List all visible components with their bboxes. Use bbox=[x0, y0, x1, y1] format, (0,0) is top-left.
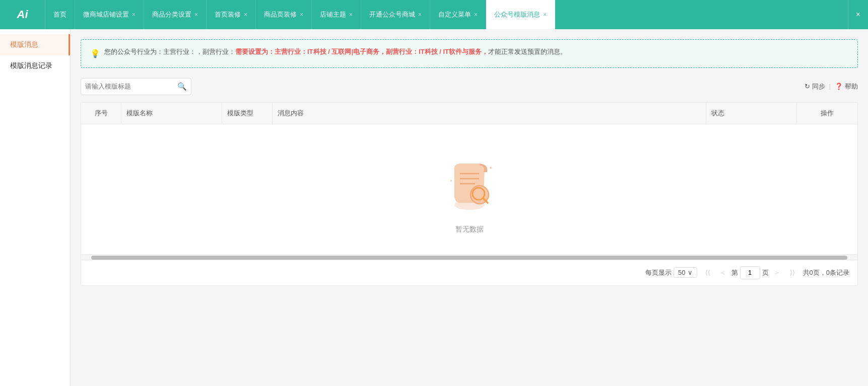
nav-tab-custom-menu[interactable]: 自定义菜单× bbox=[430, 0, 486, 29]
page-unit: 页 bbox=[762, 268, 769, 277]
empty-text: 暂无数据 bbox=[455, 225, 484, 234]
help-label: 帮助 bbox=[845, 82, 858, 91]
page-size-value: 50 bbox=[678, 269, 685, 276]
main-layout: 模版消息模版消息记录 💡 您的公众号行业为：主营行业：，副营行业：需要设置为：主… bbox=[0, 29, 868, 386]
data-table: 序号 模版名称 模版类型 消息内容 状态 操作 bbox=[81, 102, 858, 286]
divider: | bbox=[829, 83, 831, 90]
app-logo: Ai bbox=[0, 0, 45, 29]
page-size-select[interactable]: 50 ∨ bbox=[674, 267, 697, 278]
search-actions: ↻ 同步 | ❓ 帮助 bbox=[805, 82, 858, 91]
pagination: 每页显示 50 ∨ ⟨⟨ ＜ 第 页 ＞ ⟩⟩ bbox=[81, 260, 857, 285]
notice-text-after: 才能正常发送预置的消息。 bbox=[488, 48, 567, 55]
nav-tab-home-decor[interactable]: 首页装修× bbox=[207, 0, 256, 29]
search-area: 🔍 ↻ 同步 | ❓ 帮助 bbox=[81, 78, 858, 95]
close-tab-open-mall[interactable]: × bbox=[418, 11, 422, 18]
horizontal-scrollbar[interactable] bbox=[81, 254, 857, 260]
sidebar-item-template-msg[interactable]: 模版消息 bbox=[0, 34, 70, 55]
close-tab-shop-theme[interactable]: × bbox=[349, 11, 353, 18]
close-all-button[interactable]: × bbox=[848, 0, 868, 29]
first-page-button[interactable]: ⟨⟨ bbox=[701, 266, 714, 279]
sidebar-item-template-msg-record[interactable]: 模版消息记录 bbox=[0, 55, 70, 76]
sync-label: 同步 bbox=[812, 82, 825, 91]
notice-text: 您的公众号行业为：主营行业：，副营行业：需要设置为：主营行业：IT科技 / 互联… bbox=[104, 47, 567, 57]
page-label: 第 bbox=[731, 268, 738, 277]
column-no: 序号 bbox=[81, 103, 121, 124]
notice-box: 💡 您的公众号行业为：主营行业：，副营行业：需要设置为：主营行业：IT科技 / … bbox=[81, 39, 858, 68]
column-type: 模版类型 bbox=[222, 103, 273, 124]
svg-text:✦: ✦ bbox=[489, 165, 493, 171]
close-tab-custom-menu[interactable]: × bbox=[474, 11, 478, 18]
empty-illustration: ✦ ✦ bbox=[439, 155, 500, 215]
nav-tabs: 首页微商城店铺设置×商品分类设置×首页装修×商品页装修×店铺主题×开通公众号商城… bbox=[45, 0, 848, 29]
page-size-wrap: 每页显示 50 ∨ bbox=[645, 267, 697, 278]
close-tab-wechat-shop[interactable]: × bbox=[132, 11, 136, 18]
page-input-wrap: 第 页 bbox=[731, 266, 769, 279]
close-tab-template-msg[interactable]: × bbox=[543, 11, 547, 18]
column-status: 状态 bbox=[706, 103, 797, 124]
page-summary: 共0页，0条记录 bbox=[803, 268, 849, 277]
table-header: 序号 模版名称 模版类型 消息内容 状态 操作 bbox=[81, 103, 857, 124]
nav-tab-product-decor[interactable]: 商品页装修× bbox=[256, 0, 312, 29]
nav-tab-template-msg[interactable]: 公众号模版消息× bbox=[486, 0, 555, 29]
nav-tab-shop-theme[interactable]: 店铺主题× bbox=[312, 0, 361, 29]
scrollbar-thumb[interactable] bbox=[91, 256, 847, 260]
last-page-button[interactable]: ⟩⟩ bbox=[786, 266, 799, 279]
search-input-wrap[interactable]: 🔍 bbox=[81, 78, 191, 95]
help-button[interactable]: ❓ 帮助 bbox=[835, 82, 858, 91]
search-icon[interactable]: 🔍 bbox=[177, 82, 187, 91]
content-area: 💡 您的公众号行业为：主营行业：，副营行业：需要设置为：主营行业：IT科技 / … bbox=[71, 29, 868, 386]
notice-text-highlight: 需要设置为：主营行业：IT科技 / 互联网|电子商务，副营行业：IT科技 / I… bbox=[235, 48, 488, 55]
nav-tab-wechat-shop[interactable]: 微商城店铺设置× bbox=[75, 0, 144, 29]
nav-tab-home[interactable]: 首页 bbox=[45, 0, 75, 29]
nav-tab-product-category[interactable]: 商品分类设置× bbox=[144, 0, 207, 29]
svg-text:✦: ✦ bbox=[449, 179, 453, 183]
help-icon: ❓ bbox=[835, 83, 843, 90]
page-size-label: 每页显示 bbox=[645, 268, 672, 277]
close-tab-product-category[interactable]: × bbox=[194, 11, 198, 18]
close-tab-product-decor[interactable]: × bbox=[300, 11, 303, 18]
sidebar: 模版消息模版消息记录 bbox=[0, 29, 71, 386]
sync-button[interactable]: ↻ 同步 bbox=[805, 82, 825, 91]
empty-state: ✦ ✦ 暂无数据 bbox=[81, 124, 857, 254]
pagination-nav: ⟨⟨ ＜ 第 页 ＞ ⟩⟩ bbox=[701, 266, 799, 279]
next-page-button[interactable]: ＞ bbox=[771, 266, 784, 279]
column-content: 消息内容 bbox=[273, 103, 706, 124]
column-name: 模版名称 bbox=[121, 103, 222, 124]
prev-page-button[interactable]: ＜ bbox=[716, 266, 729, 279]
notice-icon: 💡 bbox=[90, 47, 100, 60]
search-input[interactable] bbox=[85, 83, 177, 90]
close-tab-home-decor[interactable]: × bbox=[244, 11, 247, 18]
top-navigation: Ai 首页微商城店铺设置×商品分类设置×首页装修×商品页装修×店铺主题×开通公众… bbox=[0, 0, 868, 29]
nav-tab-open-mall[interactable]: 开通公众号商城× bbox=[361, 0, 430, 29]
sync-icon: ↻ bbox=[805, 83, 810, 90]
page-number-input[interactable] bbox=[740, 266, 760, 279]
notice-text-before: 您的公众号行业为：主营行业：，副营行业： bbox=[104, 48, 235, 55]
chevron-down-icon: ∨ bbox=[688, 269, 693, 276]
column-action: 操作 bbox=[797, 103, 857, 124]
